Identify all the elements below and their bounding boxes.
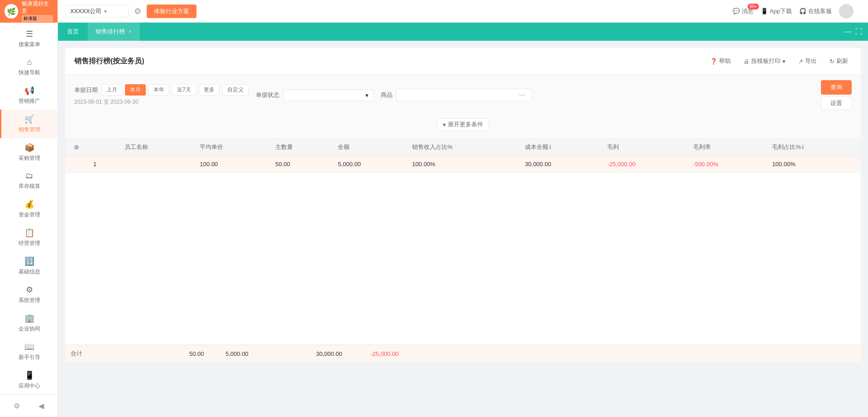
sidebar-item-inventory[interactable]: 🗂 库存核算 [0, 167, 58, 195]
basic-info-icon: 🔢 [24, 256, 34, 266]
filter-bar: 单据日期 上月 本月 本年 近7天 更多 自定义 2023-06-01 至 20… [65, 75, 861, 139]
collapse-sidebar-icon[interactable]: ◀ [38, 402, 44, 410]
system-icon: ⚙ [26, 285, 33, 295]
date-btn-more[interactable]: 更多 [199, 84, 220, 96]
sidebar-item-search[interactable]: ☰ 搜索菜单 [0, 24, 58, 53]
app-center-icon: 📱 [24, 370, 34, 380]
refresh-label: 刷新 [836, 57, 848, 65]
profit-pct-info-icon[interactable]: ℹ [802, 144, 804, 150]
user-avatar[interactable] [839, 4, 854, 19]
header-right: 💬 消息 99+ 📱 App下载 🎧 在线客服 [733, 4, 861, 19]
trial-button[interactable]: 体验行业方案 [147, 5, 197, 18]
row-rank: 1 [88, 156, 119, 173]
tab-bar-right: — ⛶ [839, 23, 868, 41]
expand-row: ▾ 展开更多条件 [74, 115, 852, 133]
row-cost: 30,000.00 [519, 156, 602, 173]
sidebar-item-label: 企业协同 [19, 325, 40, 333]
service-label: 在线客服 [808, 7, 832, 15]
sidebar-item-label: 营销推广 [19, 97, 40, 105]
col-profit: 毛利 [602, 139, 687, 156]
goods-ellipsis-icon[interactable]: ··· [517, 91, 527, 99]
query-button[interactable]: 查询 [821, 80, 852, 95]
sidebar-item-label: 销售管理 [19, 126, 40, 134]
date-btn-this-month[interactable]: 本月 [125, 84, 146, 96]
company-selector[interactable]: XXXXX公司 ▾ [65, 5, 129, 18]
sidebar-item-label: 快捷导航 [19, 69, 40, 77]
expand-more-btn[interactable]: ▾ 展开更多条件 [437, 118, 489, 131]
date-btn-prev-month[interactable]: 上月 [101, 84, 122, 96]
print-button[interactable]: 🖨 按模板打印 ▾ [740, 55, 789, 67]
col-profit-pct: 毛利占比%ℹ [767, 139, 861, 156]
headset-icon: 🎧 [799, 8, 806, 14]
date-btn-custom[interactable]: 自定义 [222, 84, 249, 96]
inventory-icon: 🗂 [25, 171, 34, 181]
logo-icon: 🌿 [5, 4, 18, 19]
table-container: ⚙ 员工名称 平均单价 主数量 全额 销售收入占比% 成本全额ℹ 毛利 毛利率 [65, 139, 861, 173]
tab-close-icon[interactable]: × [129, 29, 132, 35]
app-download-btn[interactable]: 📱 App下载 [761, 7, 792, 15]
sidebar: 🌿 畅康通好生意 标准版 ☰ 搜索菜单 ⌂ 快捷导航 📢 营销推广 🛒 销售管理… [0, 0, 58, 417]
logo-name: 畅康通好生意 [22, 0, 53, 14]
print-label: 按模板打印 [751, 57, 781, 65]
data-table: ⚙ 员工名称 平均单价 主数量 全额 销售收入占比% 成本全额ℹ 毛利 毛利率 [65, 139, 861, 173]
help-button[interactable]: ❓ 帮助 [706, 55, 734, 67]
col-sales-pct: 销售收入占比% [407, 139, 519, 156]
expand-label: 展开更多条件 [448, 120, 483, 129]
sidebar-item-enterprise[interactable]: 🏢 企业协同 [0, 309, 58, 337]
tab-minimize-icon[interactable]: — [844, 28, 852, 36]
sidebar-item-quick-nav[interactable]: ⌂ 快捷导航 [0, 53, 58, 81]
goods-input[interactable]: ··· [396, 89, 532, 101]
company-dropdown-arrow: ▾ [104, 8, 107, 14]
date-range-group: 上月 本月 本年 近7天 更多 自定义 [101, 84, 249, 96]
sales-ranking-tab[interactable]: 销售排行榜 × [88, 23, 139, 41]
message-btn[interactable]: 💬 消息 99+ [733, 7, 753, 15]
marketing-icon: 📢 [24, 86, 34, 96]
goods-filter-group: 商品 ··· [381, 89, 532, 101]
sidebar-item-purchase[interactable]: 📦 采购管理 [0, 138, 58, 167]
status-select[interactable]: ▾ [283, 90, 374, 101]
settings-footer-icon[interactable]: ⚙ [14, 402, 20, 410]
home-tab[interactable]: 首页 [58, 23, 88, 41]
cost-info-icon[interactable]: ℹ [549, 144, 551, 150]
company-name: XXXXX公司 [70, 7, 101, 15]
sidebar-item-label: 应用中心 [19, 382, 40, 390]
status-dropdown-icon: ▾ [365, 92, 369, 99]
search-menu-icon: ☰ [26, 29, 33, 39]
sidebar-item-system[interactable]: ⚙ 系统管理 [0, 280, 58, 309]
table-settings-button[interactable]: 设置 [821, 96, 852, 110]
sidebar-logo: 🌿 畅康通好生意 标准版 [0, 0, 58, 23]
settings-col-header[interactable]: ⚙ [65, 139, 88, 156]
header-settings-icon[interactable]: ⚙ [134, 6, 141, 16]
main-content: 销售排行榜(按业务员) ❓ 帮助 🖨 按模板打印 ▾ ↗ 导出 ↻ 刷新 [58, 41, 868, 417]
date-filter-group: 单据日期 上月 本月 本年 近7天 更多 自定义 2023-06-01 至 20… [74, 84, 249, 106]
logo-tag: 标准版 [22, 15, 53, 22]
row-profit-pct: 100.00% [767, 156, 861, 173]
date-filter-inline: 单据日期 上月 本月 本年 近7天 更多 自定义 [74, 84, 249, 96]
row-total: 5,000.00 [332, 156, 407, 173]
sidebar-item-sales[interactable]: 🛒 销售管理 [0, 110, 58, 138]
refresh-button[interactable]: ↻ 刷新 [826, 55, 852, 67]
row-sales-pct: 100.00% [407, 156, 519, 173]
phone-icon: 📱 [761, 8, 768, 14]
sidebar-item-app-center[interactable]: 📱 应用中心 [0, 366, 58, 394]
finance-icon: 💰 [24, 199, 34, 209]
date-btn-7days[interactable]: 近7天 [172, 84, 196, 96]
tab-bar: 首页 销售排行榜 × — ⛶ [58, 23, 868, 41]
enterprise-icon: 🏢 [24, 313, 34, 323]
tab-fullscreen-icon[interactable]: ⛶ [855, 28, 863, 36]
app-download-label: App下载 [770, 7, 792, 15]
sidebar-item-marketing[interactable]: 📢 营销推广 [0, 81, 58, 110]
date-btn-this-year[interactable]: 本年 [149, 84, 169, 96]
export-icon: ↗ [798, 58, 803, 65]
print-dropdown-icon: ▾ [782, 58, 786, 65]
sidebar-item-operation[interactable]: 📋 经营管理 [0, 223, 58, 252]
sidebar-item-basic-info[interactable]: 🔢 基础信息 [0, 252, 58, 280]
export-button[interactable]: ↗ 导出 [795, 55, 820, 67]
tab-label: 销售排行榜 [96, 28, 125, 36]
footer-spacer [93, 350, 184, 357]
row-profit-rate: -500.00% [688, 156, 767, 173]
online-service-btn[interactable]: 🎧 在线客服 [799, 7, 832, 15]
sidebar-item-finance[interactable]: 💰 资金管理 [0, 195, 58, 223]
sidebar-item-guide[interactable]: 📖 新手引导 [0, 337, 58, 366]
footer-profit: -25,000.00 [365, 350, 410, 357]
